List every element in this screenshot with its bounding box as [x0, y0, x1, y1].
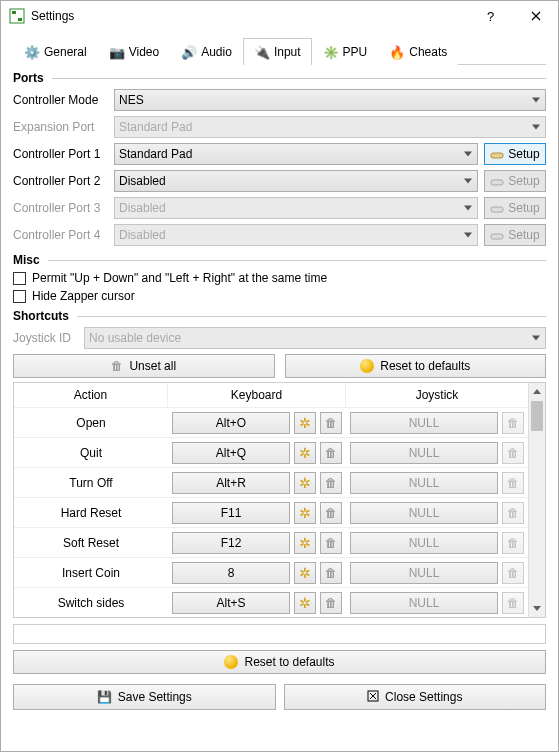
set-default-button[interactable]: ✲ — [294, 532, 316, 554]
action-cell: Soft Reset — [14, 536, 168, 550]
permit-updown-row: Permit "Up + Down" and "Left + Right" at… — [13, 271, 546, 285]
set-default-button[interactable]: ✲ — [294, 472, 316, 494]
tab-general[interactable]: ⚙️General — [13, 38, 98, 65]
controller-port4-label: Controller Port 4 — [13, 228, 108, 242]
unset-joy-button: 🗑 — [502, 592, 524, 614]
help-button[interactable]: ? — [468, 1, 513, 31]
tabs-bar: ⚙️General 📷Video 🔊Audio 🔌Input ✳️PPU 🔥Ch… — [13, 37, 546, 65]
joystick-binding-button[interactable]: NULL — [350, 592, 498, 614]
hide-zapper-label: Hide Zapper cursor — [32, 289, 135, 303]
tab-input[interactable]: 🔌Input — [243, 38, 312, 65]
action-cell: Switch sides — [14, 596, 168, 610]
col-action: Action — [14, 383, 168, 407]
tab-video[interactable]: 📷Video — [98, 38, 170, 65]
scroll-thumb[interactable] — [531, 401, 543, 431]
permit-updown-checkbox[interactable] — [13, 272, 26, 285]
unset-button[interactable]: 🗑 — [320, 412, 342, 434]
flame-icon: 🔥 — [389, 44, 405, 60]
unset-joy-button: 🗑 — [502, 562, 524, 584]
unset-joy-button: 🗑 — [502, 442, 524, 464]
close-button[interactable] — [513, 1, 558, 31]
keyboard-binding-button[interactable]: 8 — [172, 562, 290, 584]
unset-button[interactable]: 🗑 — [320, 442, 342, 464]
trash-icon: 🗑 — [325, 476, 337, 490]
svg-rect-6 — [491, 234, 503, 239]
unset-joy-button: 🗑 — [502, 472, 524, 494]
controller-icon — [490, 176, 504, 186]
trash-icon: 🗑 — [325, 416, 337, 430]
close-settings-button[interactable]: Close Settings — [284, 684, 547, 710]
controller-mode-label: Controller Mode — [13, 93, 108, 107]
action-cell: Insert Coin — [14, 566, 168, 580]
reset-icon — [360, 359, 374, 373]
trash-icon: 🗑 — [325, 596, 337, 610]
tab-audio[interactable]: 🔊Audio — [170, 38, 243, 65]
controller-icon — [490, 149, 504, 159]
table-row: Soft ResetF12✲🗑NULL🗑 — [14, 527, 528, 557]
controller-port2-select[interactable]: Disabled — [114, 170, 478, 192]
trash-icon: 🗑 — [507, 446, 519, 460]
keyboard-binding-button[interactable]: Alt+S — [172, 592, 290, 614]
flower-icon: ✲ — [299, 475, 311, 491]
unset-button[interactable]: 🗑 — [320, 562, 342, 584]
window-title: Settings — [31, 9, 468, 23]
reset-defaults-bottom-button[interactable]: Reset to defaults — [13, 650, 546, 674]
keyboard-binding-button[interactable]: Alt+Q — [172, 442, 290, 464]
scroll-down-icon[interactable] — [529, 600, 545, 617]
unset-button[interactable]: 🗑 — [320, 502, 342, 524]
tab-ppu[interactable]: ✳️PPU — [312, 38, 379, 65]
controller-mode-select[interactable]: NES — [114, 89, 546, 111]
trash-icon: 🗑 — [507, 416, 519, 430]
unset-button[interactable]: 🗑 — [320, 532, 342, 554]
joystick-binding-button[interactable]: NULL — [350, 562, 498, 584]
save-settings-button[interactable]: 💾Save Settings — [13, 684, 276, 710]
col-joystick: Joystick — [346, 383, 528, 407]
keyboard-binding-button[interactable]: Alt+R — [172, 472, 290, 494]
expansion-port-select: Standard Pad — [114, 116, 546, 138]
status-line — [13, 624, 546, 644]
unset-joy-button: 🗑 — [502, 502, 524, 524]
joystick-binding-button[interactable]: NULL — [350, 532, 498, 554]
keyboard-binding-button[interactable]: F11 — [172, 502, 290, 524]
joystick-binding-button[interactable]: NULL — [350, 472, 498, 494]
keyboard-binding-button[interactable]: Alt+O — [172, 412, 290, 434]
action-cell: Open — [14, 416, 168, 430]
keyboard-binding-button[interactable]: F12 — [172, 532, 290, 554]
unset-button[interactable]: 🗑 — [320, 592, 342, 614]
close-icon — [367, 690, 379, 705]
joystick-binding-button[interactable]: NULL — [350, 502, 498, 524]
flower-icon: ✲ — [299, 415, 311, 431]
controller-port1-row: Controller Port 1 Standard Pad Setup — [13, 142, 546, 166]
flower-icon: ✲ — [299, 595, 311, 611]
set-default-button[interactable]: ✲ — [294, 502, 316, 524]
controller-icon — [490, 230, 504, 240]
app-icon — [9, 8, 25, 24]
joystick-binding-button[interactable]: NULL — [350, 412, 498, 434]
setup-button-port1[interactable]: Setup — [484, 143, 546, 165]
titlebar: Settings ? — [1, 1, 558, 31]
gears-icon: ⚙️ — [24, 44, 40, 60]
hide-zapper-checkbox[interactable] — [13, 290, 26, 303]
trash-icon: 🗑 — [325, 566, 337, 580]
scroll-up-icon[interactable] — [529, 383, 545, 400]
col-keyboard: Keyboard — [168, 383, 346, 407]
table-row: Insert Coin8✲🗑NULL🗑 — [14, 557, 528, 587]
speaker-icon: 🔊 — [181, 44, 197, 60]
table-row: Turn OffAlt+R✲🗑NULL🗑 — [14, 467, 528, 497]
unset-all-button[interactable]: 🗑Unset all — [13, 354, 275, 378]
reset-defaults-button[interactable]: Reset to defaults — [285, 354, 547, 378]
table-scrollbar[interactable] — [528, 383, 545, 617]
svg-rect-5 — [491, 207, 503, 212]
tab-cheats[interactable]: 🔥Cheats — [378, 38, 458, 65]
flower-icon: ✲ — [299, 505, 311, 521]
table-row: OpenAlt+O✲🗑NULL🗑 — [14, 407, 528, 437]
shortcuts-section-label: Shortcuts — [13, 309, 546, 323]
action-cell: Quit — [14, 446, 168, 460]
joystick-binding-button[interactable]: NULL — [350, 442, 498, 464]
set-default-button[interactable]: ✲ — [294, 412, 316, 434]
set-default-button[interactable]: ✲ — [294, 592, 316, 614]
unset-button[interactable]: 🗑 — [320, 472, 342, 494]
controller-port1-select[interactable]: Standard Pad — [114, 143, 478, 165]
set-default-button[interactable]: ✲ — [294, 562, 316, 584]
set-default-button[interactable]: ✲ — [294, 442, 316, 464]
